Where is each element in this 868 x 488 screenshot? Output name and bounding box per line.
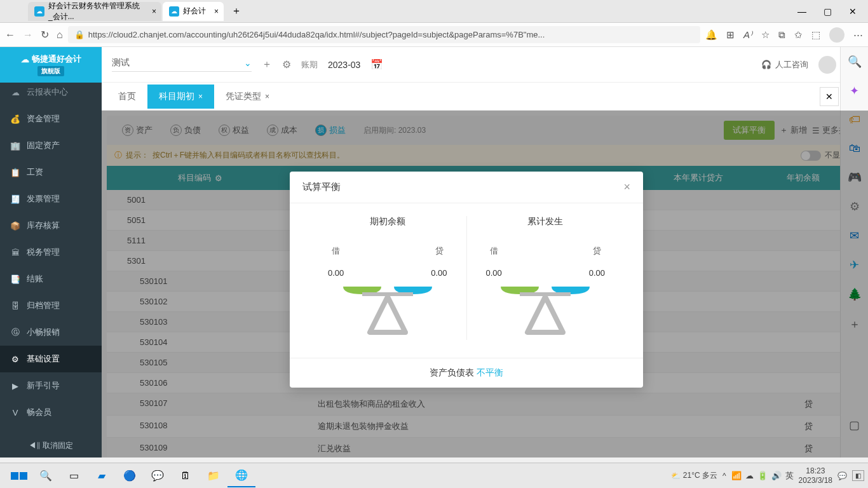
task-view-button[interactable]: ▭ (60, 464, 88, 487)
taskbar-calendar[interactable]: 🗓 (172, 464, 200, 487)
sidebar-item-invoice[interactable]: 🧾发票管理 (0, 186, 102, 212)
svg-marker-1 (370, 297, 405, 332)
settings-icon[interactable]: ⚙ (282, 58, 291, 71)
browser-tab-1[interactable]: ☁ 好会计云财务软件管理系统_会计... × (28, 2, 161, 21)
sidebar-item-fund[interactable]: 💰资金管理 (0, 105, 102, 132)
taskbar-chrome[interactable]: 🔵 (116, 464, 144, 487)
balance-sheet-link[interactable]: 不平衡 (477, 367, 503, 377)
collections-icon[interactable]: ⊞ (726, 29, 735, 41)
browser-tabs-bar: ☁ 好会计云财务软件管理系统_会计... × ☁ 好会计 × ＋ — ▢ ✕ (0, 0, 868, 23)
favorite-icon[interactable]: ☆ (761, 29, 770, 41)
inventory-icon: 📦 (10, 220, 20, 231)
sidebar-item-report[interactable]: ☁云报表中心 (0, 79, 102, 105)
logo-edition: 旗舰版 (37, 66, 64, 76)
read-aloud-icon[interactable]: A⁾ (743, 29, 752, 41)
modal-footer: 资产负债表 不平衡 (290, 358, 643, 388)
sidebar-item-asset[interactable]: 🏢固定资产 (0, 132, 102, 159)
close-icon[interactable]: × (214, 7, 219, 16)
headset-icon: 🎧 (761, 60, 771, 69)
company-selector[interactable]: 测试 ⌄ (112, 57, 252, 72)
close-icon[interactable]: × (152, 7, 156, 16)
topbar: 测试 ⌄ ＋ ⚙ 账期 2023-03 📅 🎧人工咨询 用友 (102, 47, 868, 83)
weather-icon: ⛅ (671, 471, 681, 480)
sidebar-item-tax[interactable]: 🏛税务管理 (0, 239, 102, 266)
sidebar-unpin[interactable]: ◀‖ 取消固定 (0, 434, 102, 458)
close-icon[interactable]: × (265, 92, 269, 101)
url-text: https://cloud2.chanjet.com/accounting/uh… (88, 30, 545, 39)
search-icon[interactable]: 🔍 (848, 55, 862, 69)
member-icon: V (10, 407, 20, 417)
volume-icon[interactable]: 🔊 (771, 471, 782, 480)
taskbar-wechat[interactable]: 💬 (144, 464, 172, 487)
notification-icon[interactable]: 🔔 (705, 29, 717, 41)
sidebar-item-salary[interactable]: 📋工资 (0, 159, 102, 186)
split-icon[interactable]: ⧉ (778, 29, 785, 41)
cloud-sync-icon[interactable]: ☁ (745, 471, 754, 480)
extensions-icon[interactable]: ⬚ (811, 29, 820, 41)
forward-button[interactable]: → (23, 29, 33, 41)
period-label: 账期 (301, 59, 318, 71)
menu-icon[interactable]: ⋯ (853, 29, 863, 41)
expense-icon: Ⓖ (10, 327, 20, 337)
tax-icon: 🏛 (10, 247, 20, 257)
add-company-button[interactable]: ＋ (262, 58, 272, 71)
sidebar-item-expense[interactable]: Ⓖ小畅报销 (0, 319, 102, 346)
report-icon: ☁ (10, 87, 20, 97)
guide-icon: ▶ (10, 381, 20, 391)
sidebar-item-member[interactable]: V畅会员 (0, 399, 102, 426)
url-input[interactable]: 🔒 https://cloud2.chanjet.com/accounting/… (68, 26, 700, 43)
new-tab-button[interactable]: ＋ (225, 4, 248, 18)
wifi-icon[interactable]: 📶 (731, 471, 742, 480)
page-tabs: 首页 科目期初× 凭证类型× ✕ ⛶ (102, 83, 868, 111)
back-button[interactable]: ← (5, 29, 15, 41)
star-icon[interactable]: ✦ (850, 84, 859, 98)
maximize-button[interactable]: ▢ (815, 6, 840, 17)
close-all-tabs-button[interactable]: ✕ (820, 87, 839, 106)
sidebar-item-close[interactable]: 📑结账 (0, 266, 102, 292)
invoice-icon: 🧾 (10, 194, 20, 204)
close-window-button[interactable]: ✕ (840, 6, 865, 17)
start-button[interactable] (4, 464, 32, 487)
windows-taskbar: 🔍 ▭ ▰ 🔵 💬 🗓 📁 🌐 ⛅21°C 多云 ^ 📶 ☁ 🔋 🔊 英 18:… (0, 463, 868, 488)
app-logo: ☁畅捷通好会计 旗舰版 (0, 47, 102, 83)
favorites-bar-icon[interactable]: ✩ (794, 29, 803, 41)
panel-toggle-icon[interactable]: ◧ (852, 470, 864, 481)
notification-center-icon[interactable]: 💬 (837, 471, 847, 480)
sidebar-item-archive[interactable]: 🗄归档管理 (0, 292, 102, 319)
close-icon[interactable]: × (198, 92, 203, 101)
modal-close-button[interactable]: × (623, 180, 630, 194)
sidebar-item-guide[interactable]: ▶新手引导 (0, 372, 102, 399)
ime-indicator[interactable]: 英 (785, 470, 794, 482)
period-value: 2023-03 (328, 60, 360, 70)
home-button[interactable]: ⌂ (57, 29, 63, 41)
salary-icon: 📋 (10, 167, 20, 177)
sidebar-item-inventory[interactable]: 📦库存核算 (0, 212, 102, 239)
balance-column-opening: 期初余额 借贷 0.000.00 (309, 216, 467, 340)
asset-icon: 🏢 (10, 140, 20, 151)
tab-voucher[interactable]: 凭证类型× (214, 85, 281, 109)
modal-title: 试算平衡 (302, 181, 341, 193)
tray-overflow-icon[interactable]: ^ (722, 471, 726, 480)
browser-tab-2[interactable]: ☁ 好会计 × (163, 2, 224, 21)
refresh-button[interactable]: ↻ (41, 29, 49, 41)
clock[interactable]: 18:23 2023/3/18 (799, 466, 832, 485)
sidebar-item-settings[interactable]: ⚙基础设置 (0, 346, 102, 372)
tab-home[interactable]: 首页 (107, 85, 147, 109)
taskbar-app-1[interactable]: ▰ (88, 464, 116, 487)
battery-icon[interactable]: 🔋 (757, 471, 768, 480)
svg-marker-3 (527, 297, 563, 332)
weather-widget[interactable]: ⛅21°C 多云 (671, 470, 717, 481)
search-button[interactable]: 🔍 (32, 464, 60, 487)
calendar-icon[interactable]: 📅 (370, 58, 383, 71)
tab-subject[interactable]: 科目期初× (147, 85, 214, 109)
consult-button[interactable]: 🎧人工咨询 (761, 59, 808, 71)
profile-icon[interactable] (829, 27, 844, 43)
lock-icon: 🔒 (74, 30, 85, 39)
taskbar-edge[interactable]: 🌐 (227, 464, 255, 487)
cloud-icon: ☁ (21, 55, 29, 64)
window-controls: — ▢ ✕ (789, 6, 865, 17)
taskbar-explorer[interactable]: 📁 (200, 464, 227, 487)
tab-favicon-icon: ☁ (34, 6, 44, 17)
minimize-button[interactable]: — (789, 6, 815, 17)
tab-title: 好会计云财务软件管理系统_会计... (48, 1, 144, 22)
